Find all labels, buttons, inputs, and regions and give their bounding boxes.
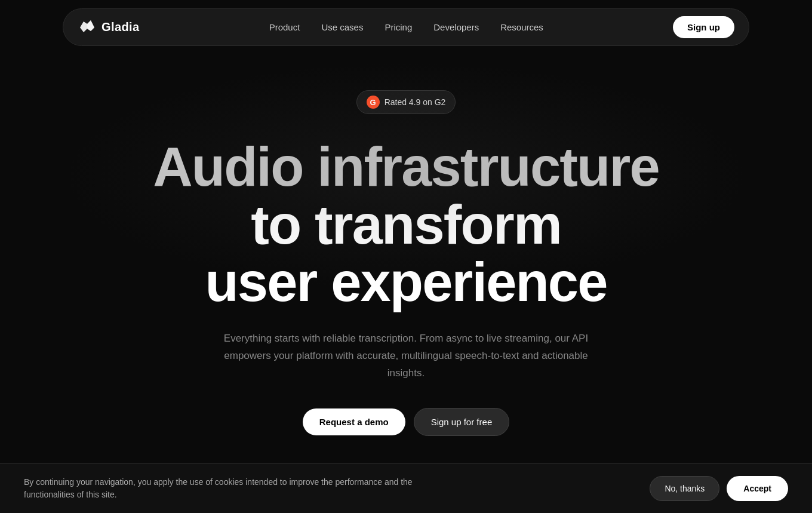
nav-item-usecases[interactable]: Use cases <box>321 22 363 33</box>
hero-description: Everything starts with reliable transcri… <box>221 330 591 382</box>
nav-item-developers[interactable]: Developers <box>433 22 479 33</box>
cookie-banner: By continuing your navigation, you apply… <box>0 463 812 513</box>
navbar: Gladia Product Use cases Pricing Develop… <box>63 8 749 46</box>
request-demo-button[interactable]: Request a demo <box>303 408 405 435</box>
signup-button[interactable]: Sign up <box>673 16 734 38</box>
signup-free-button[interactable]: Sign up for free <box>414 408 510 436</box>
logo-text: Gladia <box>102 20 140 34</box>
hero-title-line3: user experience <box>205 253 607 311</box>
nav-item-product[interactable]: Product <box>269 22 300 33</box>
no-thanks-button[interactable]: No, thanks <box>650 476 719 501</box>
hero-title-line2: to transform <box>251 196 561 254</box>
g2-icon: G <box>367 96 380 109</box>
nav-links: Product Use cases Pricing Developers Res… <box>269 22 543 33</box>
nav-item-pricing[interactable]: Pricing <box>385 22 412 33</box>
hero-buttons: Request a demo Sign up for free <box>303 408 509 436</box>
cookie-buttons: No, thanks Accept <box>650 476 788 501</box>
cookie-text: By continuing your navigation, you apply… <box>24 476 442 501</box>
rating-badge: G Rated 4.9 on G2 <box>356 90 456 114</box>
hero-title-line1: Audio infrastructure <box>153 138 659 196</box>
nav-item-resources[interactable]: Resources <box>500 22 543 33</box>
gladia-logo-icon <box>78 18 97 37</box>
hero-section: G Rated 4.9 on G2 Audio infrastructure t… <box>0 54 812 460</box>
rating-text: Rated 4.9 on G2 <box>385 97 446 107</box>
accept-button[interactable]: Accept <box>727 476 788 501</box>
logo[interactable]: Gladia <box>78 18 140 37</box>
